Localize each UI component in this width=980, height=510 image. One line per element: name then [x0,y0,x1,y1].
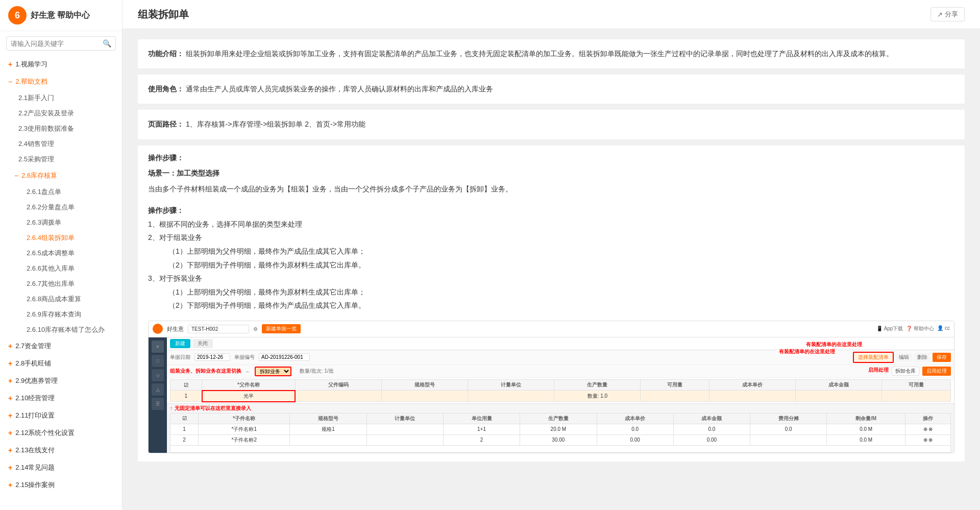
sidebar-item-cases[interactable]: + 2.15操作案例 [0,476,122,494]
sidebar-item-cost-recalc[interactable]: 2.6.8商品成本重算 [0,292,122,307]
sim-edit-btn[interactable]: 编辑 [896,353,912,362]
bth-cost-amt: 成本金额 [673,413,750,424]
expand-icon: + [8,60,12,68]
logo-icon: 6 [8,6,27,25]
step2-sub1: （1）上部明细为父件明细，最终作为产成品生成其它入库单； [148,245,954,258]
th-unit: 计量单位 [468,379,554,391]
sidebar-item-coupon[interactable]: + 2.9优惠券管理 [0,372,122,390]
sidebar-item-install[interactable]: 2.2产品安装及登录 [0,106,122,121]
sidebar-item-ledger-fix[interactable]: 2.6.10库存账本错了怎么办 [0,322,122,337]
search-input[interactable] [11,40,103,47]
sim-nav-icon5: ☰ [152,398,164,410]
sidebar-item-system[interactable]: + 2.12系统个性化设置 [0,424,122,442]
sidebar-item-assembly[interactable]: 2.6.4组装拆卸单 [0,230,122,246]
search-icon[interactable]: 🔍 [103,39,111,47]
td-cost-amt [796,391,882,402]
td-avail2 [882,391,951,402]
help-icon: ❓ 帮助中心 [906,325,934,332]
sidebar-item-newbie[interactable]: 2.1新手入门 [0,90,122,106]
sidebar-item-video-learning[interactable]: + 1.视频学习 [0,56,122,73]
sidebar-item-label: 2.14常见问题 [15,463,55,472]
sim-new-order-btn[interactable]: 新建单据一览 [262,324,301,333]
sidebar-item-data-prep[interactable]: 2.3使用前数据准备 [0,121,122,136]
sidebar-item-inventory[interactable]: − 2.6库存核算 [0,167,122,184]
bth-usage: 单位用量 [443,413,520,424]
search-box[interactable]: 🔍 [6,36,116,51]
sidebar-item-mobile[interactable]: + 2.8手机旺铺 [0,355,122,372]
sidebar-item-help-docs[interactable]: − 2.帮助文档 [0,73,122,90]
role-text: 通常由生产人员或库管人员完成拆装业务的操作，库管人员确认原材料的出库和产成品的入… [186,85,493,93]
sim-company-input[interactable] [188,325,249,333]
sidebar-item-split-check[interactable]: 2.6.2分量盘点单 [0,200,122,215]
expand-icon: + [8,464,12,472]
annotation2-text: 组装业务、拆卸业务在这里切换 [170,368,241,375]
btd-act: ⊕ ⊗ [905,434,950,445]
th-prod-qty: 生产数量 [554,379,641,391]
sidebar-item-other-in[interactable]: 2.6.6其他入库单 [0,261,122,276]
sim-tab-close[interactable]: 关闭 [192,339,213,348]
intro-text: 组装拆卸单用来处理企业组装或拆卸等加工业务，支持有固定装配清单的产品加工业务，也… [186,50,893,58]
sidebar-item-funds[interactable]: + 2.7资金管理 [0,337,122,355]
td-avail [641,391,709,402]
table-row: 2 *子件名称2 2 30.00 0.00 0.00 [170,434,951,445]
sidebar-item-label: 2.9优惠券管理 [15,376,58,385]
expand-icon: + [8,481,12,489]
sim-tab-new[interactable]: 新建 [170,339,190,348]
sim-process-btn[interactable]: 启用处理 [922,367,951,376]
sim-warehouse-input[interactable]: 拆卸仓库 [892,367,919,376]
sidebar-item-faq[interactable]: + 2.14常见问题 [0,459,122,476]
screenshot-container: 好生意 ⚙ 新建单据一览 📱 App下载 ❓ 帮助中心 👤 cc ≡ [148,321,954,453]
sim-nav-icon2: □ [152,355,164,367]
share-icon: ↗ [937,11,943,18]
sim-assembly-btn[interactable]: 选择装配清单 [853,352,894,363]
sidebar-item-ops[interactable]: + 2.10经营管理 [0,390,122,407]
sim-date-label: 单据日期 [170,354,190,361]
table-row [170,452,951,453]
sim-logo-icon [153,324,163,334]
sidebar-header: 6 好生意 帮助中心 [0,0,122,31]
step3-sub2: （2）下部明细为子件明细，最终作为产成品生成其它入库单。 [148,299,954,312]
sim-form-row: 单据日期 单据编号 有装配清单的在这里处理 选择装配清单 编辑 删除 保存 [167,350,954,365]
sim-date-input[interactable] [194,353,230,361]
sidebar-item-transfer[interactable]: 2.6.3调拨单 [0,215,122,230]
sidebar-item-print[interactable]: + 2.11打印设置 [0,407,122,424]
btd-check: 2 [170,434,199,445]
th-parent-code: 父件编码 [295,379,381,391]
logo-text: 好生意 帮助中心 [31,10,90,21]
btd-unit [366,434,443,445]
sidebar-item-stock-check[interactable]: 2.6.1盘点单 [0,184,122,200]
role-card: 使用角色： 通常由生产人员或库管人员完成拆装业务的操作，库管人员确认原材料的出库… [138,75,965,104]
sidebar-item-label: 2.帮助文档 [15,77,47,86]
collapse-icon: − [14,172,18,180]
sidebar-item-purchase[interactable]: 2.5采购管理 [0,152,122,167]
td-spec [381,391,468,402]
btd-remain: 0.0 M [827,424,905,434]
th-check: ☑ [170,379,202,391]
bth-check: ☑ [170,413,199,424]
sim-type-select[interactable]: 拆卸业务 [255,367,291,376]
sim-delete-btn[interactable]: 删除 [914,353,930,362]
annotation1-text: 有装配清单的在这里处理 [806,341,862,348]
sidebar-item-sales[interactable]: 2.4销售管理 [0,136,122,152]
sim-no-input[interactable] [259,353,310,361]
btd-act: ⊕ ⊗ [905,424,950,434]
bth-cost-price: 成本单价 [597,413,673,424]
share-label: 分享 [945,10,958,19]
sidebar-item-payment[interactable]: + 2.13在线支付 [0,442,122,459]
sidebar-item-other-out[interactable]: 2.6.7其他出库单 [0,276,122,292]
btd-alloc [750,434,827,445]
btd-prod: 30.00 [520,434,597,445]
sidebar-item-stock-ledger[interactable]: 2.6.9库存账本查询 [0,307,122,322]
sim-top-table: ☑ *父件名称 父件编码 规格型号 计量单位 生产数量 可用量 成本单价 成本金 [170,379,951,402]
btd-name: *子件名称2 [199,434,290,445]
step3: 3、对于拆装业务 [148,272,954,285]
sim-type-label: ← [246,369,251,374]
bth-actions: 操作 [905,413,950,424]
share-button[interactable]: ↗ 分享 [930,7,965,21]
th-avail: 可用量 [641,379,709,391]
btd-prod: 20.0 M [520,424,597,434]
sim-save-btn[interactable]: 保存 [933,353,951,362]
th-avail2: 可用量 [882,379,951,391]
sidebar-item-cost-adjust[interactable]: 2.6.5成本调整单 [0,246,122,261]
expand-icon: + [8,446,12,454]
